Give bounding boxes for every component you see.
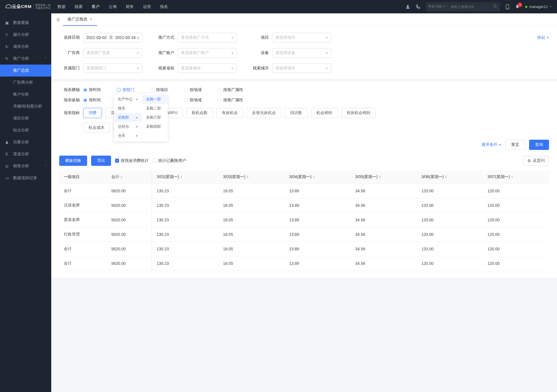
chevron-down-icon: ▼ [136, 51, 139, 55]
project-select[interactable]: 请选择项目▼ [272, 33, 331, 42]
col-header[interactable]: 3/04(星期一)▲▼ [284, 170, 351, 184]
metric-回访数[interactable]: 回访数 [285, 108, 308, 118]
deleted-stat-checkbox[interactable]: 统计已删除用户 [153, 158, 186, 163]
query-button[interactable]: 查询 [529, 140, 549, 150]
province-select[interactable]: 请选择省份▼ [178, 63, 237, 73]
radio-按部门[interactable]: 按部门生产中心▶报关采购部▶总经办▶仓库▶采购一部采购二部采购三部采购四部 [117, 87, 134, 92]
sidebar-item-访客分析[interactable]: ♟访客分析 [0, 136, 51, 148]
search-input[interactable] [448, 5, 490, 9]
sidebar-item-销售分析[interactable]: ◎销售分析˅ [0, 160, 51, 172]
menu-item-仓库[interactable]: 仓库▶ [114, 131, 142, 140]
sidebar-item-关键词/创意分析[interactable]: 关键词/创意分析 [0, 100, 51, 112]
sidebar-item-数据看版[interactable]: ▣数据看版 [0, 17, 51, 29]
metric-机会成本[interactable]: 机会成本 [83, 123, 110, 133]
promo-method-select[interactable]: 请选择推广方式▼ [178, 33, 237, 42]
promo-account-select[interactable]: 请选择推广账户▼ [178, 48, 237, 58]
sidebar-item-成本分析[interactable]: ↻成本分析 [0, 41, 51, 53]
col-header[interactable]: 3/05(星期一)▲▼ [351, 170, 417, 184]
collapse-link[interactable]: 收起 ▼ [537, 35, 549, 40]
sidebar-item-项目分析[interactable]: 项目分析 [0, 112, 51, 124]
device-select[interactable]: 请选择设备▼ [272, 48, 331, 58]
sidebar-item-数据流转记录[interactable]: ▭数据流转记录 [0, 172, 51, 184]
cash-stat-checkbox[interactable]: 按现金消费统计 [115, 158, 149, 163]
promo-account-label: 推广账户 [154, 50, 174, 55]
top-nav-客户[interactable]: 客户 [92, 4, 100, 9]
menu-item-采购一部[interactable]: 采购一部 [142, 95, 168, 104]
search-prefix[interactable]: 手机号码 ▼ [426, 4, 448, 9]
col-header[interactable]: 3/06(星期一)▲▼ [417, 170, 483, 184]
col-header[interactable]: 合计▲▼ [107, 170, 152, 184]
logo: 云朵CRM 教育机构一站 式服务云平台 [5, 4, 51, 10]
sidebar-item-漏斗分析[interactable]: ▽漏斗分析 [0, 29, 51, 41]
col-header[interactable]: 3/03(星期一)▲▼ [218, 170, 284, 184]
metric-反馈无效机会[interactable]: 反馈无效机会 [247, 108, 281, 118]
switch-axis-button[interactable]: 横纵切换 [59, 156, 87, 166]
gear-icon: ⚙ [527, 158, 531, 163]
radio-按推广属性[interactable]: 按推广属性 [218, 87, 243, 92]
sidebar-icon: ↻ [5, 44, 10, 49]
menu-toggle-icon[interactable]: ☰ [54, 17, 63, 22]
radio-按推广属性[interactable]: 按推广属性 [218, 98, 243, 103]
bell-icon[interactable]: 5 [515, 4, 520, 9]
top-nav-报名[interactable]: 报名 [160, 4, 168, 9]
col-header[interactable]: 3/02(星期一)▲▼ [152, 170, 218, 184]
export-button[interactable]: 导出 [91, 156, 111, 166]
checkbox-icon [153, 159, 157, 163]
user-icon[interactable] [405, 4, 410, 9]
top-nav-公海[interactable]: 公海 [109, 4, 117, 9]
tab-promo-overview[interactable]: 推广总预览 ✕ [63, 13, 97, 26]
sort-icon: ▲▼ [180, 175, 183, 179]
top-nav-数据[interactable]: 数据 [58, 4, 65, 9]
date-range-input[interactable]: 2021-03-02 至 2021-03-16 ▦ [83, 33, 142, 42]
metric-新机会数[interactable]: 新机会数 [186, 108, 213, 118]
radio-按时间[interactable]: 按时间 [83, 98, 101, 103]
radio-按时间[interactable]: 按时间 [83, 87, 101, 92]
city-select[interactable]: 请选择城市▼ [272, 63, 331, 73]
top-nav-财务[interactable]: 财务 [126, 4, 134, 9]
menu-item-报关[interactable]: 报关 [114, 104, 142, 113]
sidebar-item-渠道分析[interactable]: ⚲渠道分析 [0, 148, 51, 160]
top-nav-运营[interactable]: 运营 [143, 4, 151, 9]
dept-select[interactable]: 请选择部门▼ [83, 63, 142, 73]
sidebar-item-账户分析[interactable]: 账户分析 [0, 88, 51, 100]
search-group: 手机号码 ▼ [426, 2, 500, 11]
sidebar-icon: ✎ [5, 56, 10, 61]
menu-item-总经办[interactable]: 总经办▶ [114, 122, 142, 131]
metric-消费[interactable]: 消费 [83, 108, 102, 118]
sidebar-item-推广分析[interactable]: ✎推广分析˄ [0, 53, 51, 65]
radio-按地域[interactable]: 按地域 [184, 87, 202, 92]
close-icon[interactable]: ✕ [90, 17, 93, 21]
metric-有效机会[interactable]: 有效机会 [216, 108, 243, 118]
phone-icon[interactable] [415, 4, 421, 9]
user-menu[interactable]: manager11 ▼ [525, 5, 552, 9]
top-nav-线索[interactable]: 线索 [75, 4, 83, 9]
reset-button[interactable]: 重置 [505, 140, 525, 150]
chevron-down-icon: ▼ [325, 36, 328, 39]
menu-item-采购部[interactable]: 采购部▶ [114, 113, 142, 122]
menu-item-采购二部[interactable]: 采购二部 [142, 104, 168, 113]
menu-item-采购三部[interactable]: 采购三部 [142, 113, 168, 122]
sidebar-item-广告商分析[interactable]: 广告商分析 [0, 77, 51, 88]
menu-item-生产中心[interactable]: 生产中心▶ [114, 95, 142, 104]
col-header[interactable]: 3/07(星期一)▲▼ [483, 170, 549, 184]
sidebar-item-推广总览[interactable]: 推广总览 [0, 65, 51, 77]
sidebar-item-站点分析[interactable]: 站点分析 [0, 124, 51, 136]
chevron-right-icon: ▶ [136, 116, 138, 119]
col-header[interactable]: 一级项目 [59, 170, 107, 184]
radio-按地域[interactable]: 按地域 [184, 98, 202, 103]
chevron-down-icon: ▼ [325, 67, 328, 70]
column-settings-button[interactable]: ⚙ 设置列 [523, 156, 549, 166]
chevron-down-icon: ▼ [231, 36, 234, 39]
metric-有效机会销转[interactable]: 有效机会销转 [341, 108, 376, 118]
menu-item-采购四部[interactable]: 采购四部 [142, 122, 168, 131]
advertiser-select[interactable]: 请选择广告商▼ [83, 48, 142, 58]
table-row: 英语老师5620.00130.2318.0513.8934.56120.0012… [59, 213, 549, 227]
metric-机会销转[interactable]: 机会销转 [311, 108, 338, 118]
city-label: 线索城市 [248, 66, 269, 71]
mobile-icon[interactable] [505, 4, 510, 10]
status-dot-icon [525, 6, 527, 8]
radio-按项目[interactable]: 按项目 [150, 87, 168, 92]
expand-conditions-link[interactable]: 展开条件 ▼ [482, 142, 501, 147]
search-icon[interactable] [490, 4, 500, 9]
chevron-down-icon: ▼ [546, 36, 549, 39]
